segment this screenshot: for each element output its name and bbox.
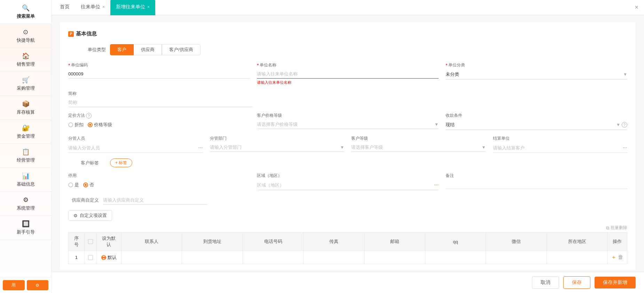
radio-no[interactable]: 否 — [83, 182, 94, 188]
tab-partner-close[interactable]: × — [102, 5, 105, 9]
save-and-new-button[interactable]: 保存并新增 — [595, 277, 636, 288]
qq-input[interactable] — [429, 255, 482, 260]
wechat-input[interactable] — [489, 255, 543, 260]
main-close-btn[interactable]: × — [632, 4, 641, 11]
cell-default: 默认 — [96, 251, 121, 264]
radio-yes[interactable]: 是 — [68, 182, 79, 188]
save-button[interactable]: 保存 — [563, 276, 590, 289]
tab-bar: 首页 往来单位 × 新增往来单位 × × — [52, 0, 644, 15]
tab-new-partner[interactable]: 新增往来单位 × — [110, 0, 155, 15]
tab-partner-label: 往来单位 — [81, 4, 100, 10]
gear-icon: ⚙ — [73, 213, 78, 218]
customer-price-level-input[interactable] — [257, 122, 434, 127]
address-input[interactable] — [186, 255, 239, 260]
chevron-down-icon: ▼ — [434, 122, 439, 127]
sidebar-item-quick-nav[interactable]: ⊙ 快捷导航 — [0, 24, 51, 48]
tab-partner[interactable]: 往来单位 × — [75, 0, 110, 15]
sidebar-item-operations[interactable]: 📋 经营管理 — [0, 144, 51, 168]
sidebar-item-finance[interactable]: 🔐 资金管理 — [0, 120, 51, 144]
search-icon: 🔍 — [22, 4, 30, 12]
settlement-unit-input[interactable] — [493, 145, 623, 150]
basic-icon: 📊 — [22, 172, 30, 180]
unit-category-value: 未分类 — [446, 71, 623, 78]
sidebar-item-label: 库存核算 — [17, 109, 35, 115]
sidebar-item-search[interactable]: 🔍 搜索菜单 — [0, 0, 51, 24]
field-settlement-unit: 结算单位 ··· — [493, 136, 628, 153]
col-action: 操作 — [607, 233, 627, 251]
custom-settings-button[interactable]: ⚙ 自定义项设置 — [68, 210, 112, 221]
radio-price-level[interactable]: 价格等级 — [88, 122, 112, 128]
finance-icon: 🔐 — [22, 124, 30, 132]
unit-code-input[interactable] — [68, 70, 250, 79]
email-input[interactable] — [368, 255, 422, 260]
field-customer-level: 客户等级 ▼ — [351, 136, 486, 153]
phone-input[interactable] — [246, 255, 300, 260]
system-icon: ⚙ — [22, 196, 30, 204]
form-row-1: * 单位编码 * 单位名称 请输入往来单位名称 * 单位 — [68, 62, 627, 85]
sidebar-user-btn[interactable]: 用 — [3, 280, 25, 290]
add-row-button[interactable]: ＋ — [611, 254, 616, 261]
select-all-checkbox[interactable] — [88, 239, 93, 244]
col-contact: 联系人 — [121, 233, 182, 251]
col-check — [84, 233, 96, 251]
cell-region — [547, 251, 607, 264]
unit-name-input[interactable] — [257, 70, 439, 79]
sidebar-item-label: 采购管理 — [17, 85, 35, 91]
department-label: 分管部门 — [210, 136, 345, 141]
sidebar-item-label: 快捷导航 — [17, 37, 35, 43]
sidebar-item-inventory[interactable]: 📦 库存核算 — [0, 96, 51, 120]
short-name-input[interactable] — [68, 98, 252, 107]
unit-name-label: * 单位名称 — [257, 62, 439, 68]
cancel-button[interactable]: 取消 — [532, 276, 559, 289]
remark-input[interactable] — [446, 180, 627, 189]
copy-icon: ⧉ — [606, 225, 609, 231]
settlement-unit-more-icon[interactable]: ··· — [623, 145, 627, 151]
fax-input[interactable] — [307, 255, 361, 260]
pricing-help-icon[interactable]: ? — [86, 113, 92, 119]
sidebar-item-system[interactable]: ⚙ 系统管理 — [0, 192, 51, 216]
form-row-tag: 客户标签 + 标签 — [68, 158, 627, 167]
unit-name-error: 请输入往来单位名称 — [257, 80, 439, 85]
type-btn-supplier[interactable]: 供应商 — [134, 44, 162, 55]
type-btn-both[interactable]: 客户/供应商 — [162, 44, 201, 55]
tab-new-partner-close[interactable]: × — [147, 5, 150, 9]
type-btn-customer[interactable]: 客户 — [110, 44, 134, 55]
payment-help-icon[interactable]: ? — [622, 122, 627, 128]
field-disabled: 停用 是 否 — [68, 173, 250, 190]
field-remark: 备注 — [446, 173, 627, 190]
department-wrapper[interactable]: ▼ — [210, 143, 345, 152]
sidebar-settings-btn[interactable]: ⚙ — [27, 280, 49, 290]
manager-wrapper: ··· — [68, 143, 203, 153]
basic-info-card: P 基本信息 单位类型 客户 供应商 客户/供应商 * 单位编码 — [60, 22, 636, 270]
cell-action: ＋ 🗑 — [607, 251, 627, 264]
payment-term-wrapper[interactable]: 现结 ▼ ? — [446, 120, 627, 130]
manager-more-icon[interactable]: ··· — [198, 145, 203, 151]
radio-discount[interactable]: 折扣 — [68, 122, 84, 128]
supplier-custom-input[interactable] — [103, 196, 207, 205]
manager-input[interactable] — [68, 145, 198, 150]
customer-level-input[interactable] — [351, 145, 482, 150]
contact-input[interactable] — [125, 255, 179, 260]
cell-wechat — [486, 251, 547, 264]
cell-fax — [304, 251, 364, 264]
sidebar-item-basic[interactable]: 📊 基础信息 — [0, 168, 51, 192]
batch-delete-label[interactable]: 批量删除 — [611, 225, 627, 231]
delete-row-button[interactable]: 🗑 — [618, 254, 623, 260]
region-more-icon[interactable]: ··· — [434, 182, 439, 188]
tab-home[interactable]: 首页 — [54, 0, 75, 15]
sidebar-item-purchase[interactable]: 🛒 采购管理 — [0, 72, 51, 96]
col-phone: 电话号码 — [243, 233, 304, 251]
sidebar-item-sales[interactable]: 🏠 销售管理 — [0, 48, 51, 72]
region-input[interactable] — [257, 182, 434, 188]
department-input[interactable] — [210, 145, 340, 150]
customer-price-level-wrapper[interactable]: ▼ — [257, 120, 439, 129]
row-region-input[interactable] — [550, 255, 604, 260]
add-tag-button[interactable]: + 标签 — [110, 158, 132, 167]
row-checkbox[interactable] — [88, 255, 93, 260]
unit-type-row: 单位类型 客户 供应商 客户/供应商 — [68, 44, 627, 55]
sidebar-item-guide[interactable]: 🔲 新手引导 — [0, 216, 51, 240]
radio-circle-no — [83, 182, 88, 187]
col-qq: qq — [425, 233, 486, 251]
customer-level-wrapper[interactable]: ▼ — [351, 143, 486, 152]
default-radio[interactable] — [101, 255, 106, 260]
